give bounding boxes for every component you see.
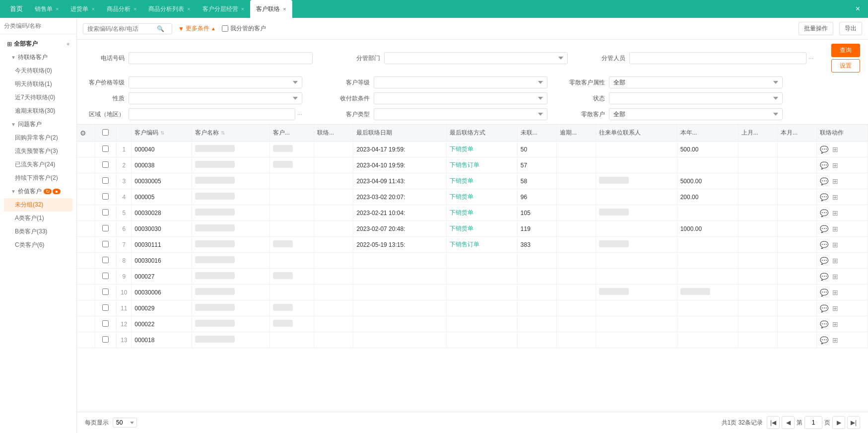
action-cell[interactable]: 💬 ⊞: [817, 316, 868, 332]
status-select[interactable]: [609, 92, 783, 104]
sidebar-search-input[interactable]: [4, 22, 77, 29]
gender-select[interactable]: [129, 92, 302, 104]
nav-tab-customer-contact[interactable]: 客户联络 ×: [250, 0, 292, 18]
customer-name[interactable]: [192, 253, 270, 269]
chat-icon[interactable]: 💬: [820, 177, 828, 185]
page-size-select[interactable]: 50 100 200: [113, 418, 137, 428]
action-cell[interactable]: 💬 ⊞: [817, 173, 868, 189]
grid-action-icon[interactable]: ⊞: [832, 336, 838, 344]
sidebar-pending-group[interactable]: ▼ 待联络客户: [4, 51, 72, 64]
checkbox-cell[interactable]: [95, 316, 117, 332]
last-contact-way[interactable]: 下销货单: [446, 142, 517, 157]
row-checkbox[interactable]: [102, 320, 109, 327]
sidebar-item-7days-pending[interactable]: 近7天待联络(0): [4, 91, 72, 104]
grid-action-icon[interactable]: ⊞: [832, 273, 838, 281]
row-checkbox[interactable]: [102, 289, 109, 295]
customer-name[interactable]: [192, 189, 270, 205]
last-contact-way[interactable]: [446, 316, 517, 332]
row-checkbox[interactable]: [102, 193, 109, 200]
chat-icon[interactable]: 💬: [820, 320, 828, 328]
action-cell[interactable]: 💬 ⊞: [817, 205, 868, 221]
checkbox-cell[interactable]: [95, 237, 117, 253]
customer-name[interactable]: [192, 173, 270, 189]
checkbox-cell[interactable]: [95, 173, 117, 189]
region-input[interactable]: [129, 108, 295, 120]
last-contact-way[interactable]: 下销售订单: [446, 237, 517, 253]
last-page-button[interactable]: ▶|: [847, 416, 860, 429]
sidebar-problem-group[interactable]: ▼ 问题客户: [4, 118, 72, 131]
row-checkbox[interactable]: [102, 161, 109, 168]
row-checkbox[interactable]: [102, 145, 109, 152]
last-contact-way[interactable]: 下销售订单: [446, 157, 517, 173]
chat-icon[interactable]: 💬: [820, 209, 828, 217]
payment-select[interactable]: [374, 92, 547, 104]
batch-op-button[interactable]: 批量操作: [799, 22, 833, 35]
sidebar-item-b-class[interactable]: B类客户(33): [4, 225, 72, 238]
customer-name[interactable]: [192, 221, 270, 237]
sidebar-item-overdue[interactable]: 逾期未联络(30): [4, 104, 72, 118]
customer-name[interactable]: [192, 269, 270, 285]
sidebar-item-churned[interactable]: 已流失客户(24): [4, 158, 72, 171]
nav-tab-product-analysis-list[interactable]: 商品分析列表 ×: [142, 0, 196, 18]
grid-action-icon[interactable]: ⊞: [832, 304, 838, 312]
nav-tab-home[interactable]: 首页: [4, 4, 29, 13]
grid-action-icon[interactable]: ⊞: [832, 257, 838, 265]
my-customers-checkbox[interactable]: 我分管的客户: [222, 24, 266, 33]
customer-type-select[interactable]: [374, 108, 547, 120]
export-button[interactable]: 导出: [839, 22, 862, 35]
action-cell[interactable]: 💬 ⊞: [817, 157, 868, 173]
last-contact-way[interactable]: 下销货单: [446, 205, 517, 221]
price-grade-select[interactable]: [129, 76, 302, 88]
action-cell[interactable]: 💬 ⊞: [817, 253, 868, 269]
nav-tab-sales[interactable]: 销售单 ×: [29, 0, 65, 18]
last-contact-way[interactable]: [446, 332, 517, 348]
grid-action-icon[interactable]: ⊞: [832, 225, 838, 233]
checkbox-cell[interactable]: [95, 285, 117, 300]
row-checkbox[interactable]: [102, 241, 109, 247]
close-icon-customer-contact[interactable]: ×: [283, 6, 286, 12]
row-checkbox[interactable]: [102, 304, 109, 311]
last-contact-way[interactable]: 下销货单: [446, 189, 517, 205]
sidebar-item-churn-warning[interactable]: 流失预警客户(3): [4, 144, 72, 158]
sidebar-item-declining[interactable]: 持续下滑客户(2): [4, 171, 72, 185]
last-contact-way-link[interactable]: 下销货单: [450, 193, 473, 200]
last-contact-way[interactable]: [446, 269, 517, 285]
chat-icon[interactable]: 💬: [820, 336, 828, 344]
grid-action-icon[interactable]: ⊞: [832, 320, 838, 328]
grid-action-icon[interactable]: ⊞: [832, 161, 838, 169]
last-contact-way-link[interactable]: 下销售订单: [450, 241, 479, 248]
close-icon-customer-segment[interactable]: ×: [241, 6, 244, 12]
checkbox-cell[interactable]: [95, 269, 117, 285]
action-cell[interactable]: 💬 ⊞: [817, 221, 868, 237]
sidebar-item-today-pending[interactable]: 今天待联络(0): [4, 64, 72, 77]
checkbox-cell[interactable]: [95, 205, 117, 221]
last-contact-way[interactable]: [446, 253, 517, 269]
sidebar-item-repurchase-abnormal[interactable]: 回购异常客户(2): [4, 131, 72, 144]
page-input[interactable]: [804, 416, 822, 429]
customer-name[interactable]: [192, 142, 270, 157]
chat-icon[interactable]: 💬: [820, 225, 828, 233]
my-customers-check[interactable]: [222, 25, 228, 32]
last-contact-way-link[interactable]: 下销售订单: [450, 161, 479, 168]
customer-name[interactable]: [192, 300, 270, 316]
sidebar-value-group[interactable]: ▼ 价值客户 ↻ ●: [4, 185, 72, 198]
close-icon-product-analysis[interactable]: ×: [134, 6, 136, 12]
grid-action-icon[interactable]: ⊞: [832, 177, 838, 185]
row-checkbox[interactable]: [102, 257, 109, 263]
customer-name[interactable]: [192, 205, 270, 221]
customer-name[interactable]: [192, 157, 270, 173]
select-all-checkbox[interactable]: [102, 129, 109, 136]
row-checkbox[interactable]: [102, 209, 109, 216]
row-checkbox[interactable]: [102, 273, 109, 279]
chat-icon[interactable]: 💬: [820, 289, 828, 296]
customer-grade-select[interactable]: [374, 76, 547, 88]
row-checkbox[interactable]: [102, 177, 109, 184]
checkbox-cell[interactable]: [95, 189, 117, 205]
customer-name[interactable]: [192, 237, 270, 253]
last-contact-way[interactable]: 下销货单: [446, 173, 517, 189]
checkbox-cell[interactable]: [95, 221, 117, 237]
action-cell[interactable]: 💬 ⊞: [817, 285, 868, 300]
close-icon-product-analysis-list[interactable]: ×: [187, 6, 190, 12]
action-cell[interactable]: 💬 ⊞: [817, 269, 868, 285]
close-icon-sales[interactable]: ×: [56, 6, 59, 12]
